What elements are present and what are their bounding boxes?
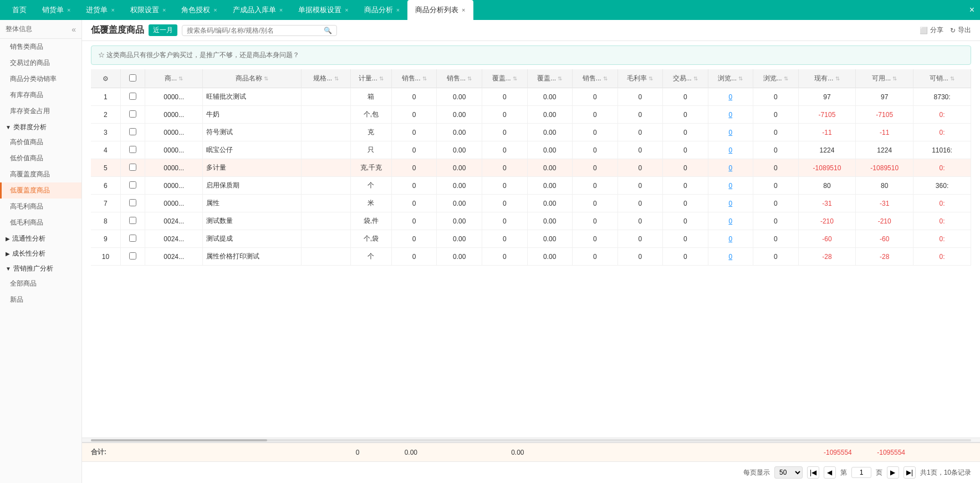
page-unit: 页 bbox=[876, 468, 882, 477]
sidebar-item-high-margin[interactable]: 高毛利商品 bbox=[0, 199, 81, 215]
col-trans[interactable]: 交易... ⇅ bbox=[663, 69, 708, 88]
nav-purchase[interactable]: 进货单 × bbox=[78, 0, 122, 20]
col-sales2[interactable]: 销售... ⇅ bbox=[437, 69, 482, 88]
nav-finished-goods[interactable]: 产成品入库单 × bbox=[225, 0, 290, 20]
col-cover2[interactable]: 覆盖... ⇅ bbox=[527, 69, 573, 88]
col-stock[interactable]: 现有... ⇅ bbox=[798, 69, 856, 88]
table-cell[interactable]: 0 bbox=[708, 124, 753, 141]
close-icon[interactable]: × bbox=[67, 7, 70, 13]
col-gross[interactable]: 毛利率 ⇅ bbox=[617, 69, 663, 88]
sidebar-item-all-products[interactable]: 全部商品 bbox=[0, 276, 81, 292]
sidebar: 整体信息 « 销售类商品 交易过的商品 商品分类动销率 有库存商品 库存资金占用… bbox=[0, 20, 82, 483]
col-checkbox[interactable] bbox=[120, 69, 145, 88]
table-cell: 测试数量 bbox=[203, 212, 302, 230]
sidebar-item-category-turnover[interactable]: 商品分类动销率 bbox=[0, 71, 81, 87]
table-cell[interactable]: 0 bbox=[708, 195, 753, 212]
sidebar-item-new-products[interactable]: 新品 bbox=[0, 292, 81, 308]
table-cell[interactable] bbox=[120, 212, 145, 230]
nav-roles[interactable]: 角色授权 × bbox=[173, 0, 224, 20]
table-cell: 0 bbox=[663, 124, 708, 141]
sidebar-item-sales-products[interactable]: 销售类商品 bbox=[0, 39, 81, 55]
col-sales1[interactable]: 销售... ⇅ bbox=[391, 69, 437, 88]
col-avail[interactable]: 可用... ⇅ bbox=[856, 69, 913, 88]
sidebar-item-high-value[interactable]: 高价值商品 bbox=[0, 134, 81, 150]
table-cell[interactable]: 0 bbox=[708, 106, 753, 124]
table-cell[interactable] bbox=[120, 106, 145, 124]
nav-product-analysis[interactable]: 商品分析 × bbox=[356, 0, 407, 20]
close-icon[interactable]: × bbox=[396, 7, 400, 13]
sidebar-collapse-button[interactable]: « bbox=[72, 25, 76, 34]
col-browse2[interactable]: 浏览... ⇅ bbox=[753, 69, 799, 88]
nav-sales[interactable]: 销货单 × bbox=[34, 0, 78, 20]
table-cell[interactable]: 0 bbox=[708, 212, 753, 230]
table-cell[interactable]: 0 bbox=[708, 230, 753, 248]
close-icon[interactable]: × bbox=[213, 7, 217, 13]
sidebar-item-low-coverage[interactable]: 低覆盖度商品 bbox=[0, 182, 81, 199]
table-cell[interactable] bbox=[120, 141, 145, 159]
period-button[interactable]: 近一月 bbox=[149, 24, 177, 36]
per-page-select[interactable]: 50 10 20 100 bbox=[774, 466, 803, 479]
col-settings[interactable]: ⚙ bbox=[91, 69, 120, 88]
nav-template-settings[interactable]: 单据模板设置 × bbox=[290, 0, 356, 20]
export-button[interactable]: ↻ 导出 bbox=[950, 26, 971, 35]
window-close-icon[interactable]: × bbox=[969, 5, 974, 15]
close-icon[interactable]: × bbox=[345, 7, 348, 13]
col-code[interactable]: 商... ⇅ bbox=[145, 69, 203, 88]
table-container[interactable]: ⚙ 商... ⇅ 商品名称 ⇅ 规格... ⇅ 计量... ⇅ 销售... ⇅ … bbox=[82, 69, 980, 438]
table-cell[interactable]: 0 bbox=[708, 159, 753, 177]
col-spec[interactable]: 规格... ⇅ bbox=[301, 69, 350, 88]
col-cover1[interactable]: 覆盖... ⇅ bbox=[482, 69, 527, 88]
page-number-input[interactable] bbox=[851, 467, 871, 478]
col-unit[interactable]: 计量... ⇅ bbox=[350, 69, 391, 88]
sidebar-group-category-analysis[interactable]: ▼类群度分析 bbox=[0, 119, 81, 134]
nav-home[interactable]: 首页 bbox=[4, 0, 34, 20]
prev-page-button[interactable]: ◀ bbox=[824, 466, 836, 479]
total-spacer1 bbox=[118, 449, 171, 456]
search-input[interactable] bbox=[187, 27, 321, 34]
sidebar-item-low-margin[interactable]: 低毛利商品 bbox=[0, 215, 81, 231]
close-icon[interactable]: × bbox=[279, 7, 283, 13]
sidebar-item-stock-capital[interactable]: 库存资金占用 bbox=[0, 103, 81, 119]
table-cell[interactable] bbox=[120, 88, 145, 106]
table-cell: 0024... bbox=[145, 212, 203, 230]
col-sellable[interactable]: 可销... ⇅ bbox=[913, 69, 971, 88]
table-cell[interactable] bbox=[120, 159, 145, 177]
col-sales3[interactable]: 销售... ⇅ bbox=[573, 69, 618, 88]
last-page-button[interactable]: ▶| bbox=[904, 466, 916, 479]
close-icon[interactable]: × bbox=[462, 7, 465, 13]
sidebar-item-traded-products[interactable]: 交易过的商品 bbox=[0, 55, 81, 71]
table-cell[interactable]: 0 bbox=[708, 88, 753, 106]
nav-permissions[interactable]: 权限设置 × bbox=[122, 0, 173, 20]
scroll-track[interactable] bbox=[91, 439, 971, 441]
table-cell[interactable] bbox=[120, 177, 145, 195]
close-icon[interactable]: × bbox=[111, 7, 114, 13]
table-cell: 0 bbox=[482, 106, 527, 124]
horizontal-scrollbar[interactable] bbox=[82, 438, 980, 442]
nav-product-analysis-list[interactable]: 商品分析列表 × bbox=[407, 0, 473, 20]
table-cell[interactable] bbox=[120, 195, 145, 212]
first-page-button[interactable]: |◀ bbox=[807, 466, 819, 479]
table-cell[interactable] bbox=[120, 124, 145, 141]
share-button[interactable]: ⬜ 分享 bbox=[920, 26, 943, 35]
table-cell[interactable] bbox=[120, 230, 145, 248]
sidebar-item-high-coverage[interactable]: 高覆盖度商品 bbox=[0, 166, 81, 182]
table-cell[interactable]: 0 bbox=[708, 177, 753, 195]
sidebar-group-growth[interactable]: ▶成长性分析 bbox=[0, 246, 81, 261]
sidebar-item-low-value[interactable]: 低价值商品 bbox=[0, 150, 81, 166]
sidebar-group-circulation[interactable]: ▶流通性分析 bbox=[0, 231, 81, 246]
select-all-checkbox[interactable] bbox=[129, 74, 136, 82]
col-browse1[interactable]: 浏览... ⇅ bbox=[708, 69, 753, 88]
table-cell[interactable]: 0 bbox=[708, 141, 753, 159]
table-cell: 1224 bbox=[856, 141, 913, 159]
close-icon[interactable]: × bbox=[162, 7, 166, 13]
table-cell[interactable] bbox=[120, 248, 145, 266]
table-cell[interactable]: 0 bbox=[708, 248, 753, 266]
next-page-button[interactable]: ▶ bbox=[887, 466, 899, 479]
sidebar-group-marketing[interactable]: ▼营销推广分析 bbox=[0, 261, 81, 276]
sidebar-item-stocked-products[interactable]: 有库存商品 bbox=[0, 87, 81, 103]
data-table: ⚙ 商... ⇅ 商品名称 ⇅ 规格... ⇅ 计量... ⇅ 销售... ⇅ … bbox=[91, 69, 971, 266]
col-name[interactable]: 商品名称 ⇅ bbox=[203, 69, 302, 88]
scroll-thumb[interactable] bbox=[91, 439, 267, 441]
table-cell: 0 bbox=[753, 88, 799, 106]
search-icon[interactable]: 🔍 bbox=[324, 27, 332, 34]
